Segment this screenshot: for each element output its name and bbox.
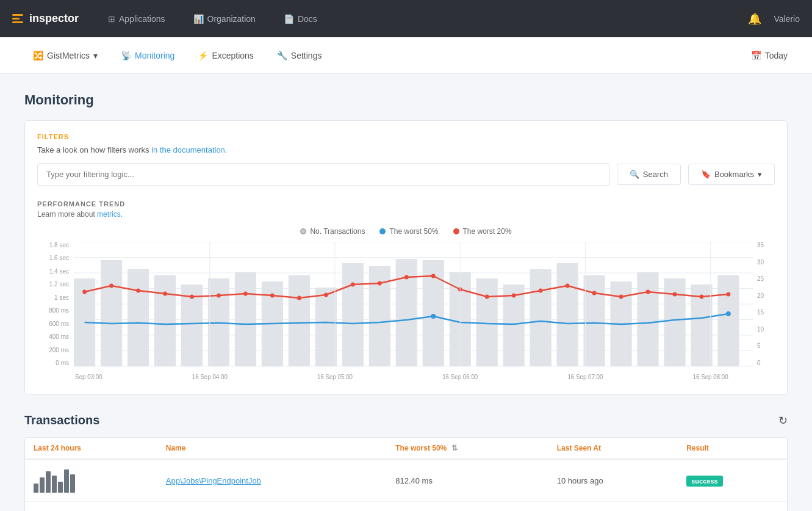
page-title: Monitoring <box>24 92 788 108</box>
legend-worst20: The worst 20% <box>453 227 512 236</box>
filter-input[interactable] <box>37 163 609 186</box>
y-right-7: 0 <box>757 360 775 366</box>
refresh-button[interactable]: ↻ <box>778 414 788 427</box>
svg-point-46 <box>404 275 409 280</box>
svg-rect-28 <box>584 275 605 366</box>
bar <box>58 482 63 493</box>
filter-row: 🔍 Search 🔖 Bookmarks ▾ <box>37 163 775 186</box>
app-selector[interactable]: 🔀 GistMetrics ▾ <box>24 47 106 64</box>
filters-label: FILTERS <box>37 133 775 140</box>
chevron-down-icon: ▾ <box>93 51 98 60</box>
tx-link-1[interactable]: App\Jobs\PingEndpointJob <box>166 476 261 485</box>
legend-worst50: The worst 50% <box>379 227 438 236</box>
legend-dot-transactions <box>300 228 306 234</box>
svg-point-40 <box>243 292 248 296</box>
y-right-5: 10 <box>757 326 775 333</box>
svg-rect-10 <box>101 260 122 366</box>
svg-rect-30 <box>637 272 658 366</box>
logo-icon <box>12 14 23 23</box>
metrics-link[interactable]: metrics. <box>97 210 123 219</box>
legend-label-worst50: The worst 50% <box>389 227 438 236</box>
col-last24h: Last 24 hours <box>25 438 157 459</box>
y-labels-left: 1.8 sec 1.6 sec 1.4 sec 1.2 sec 1 sec 80… <box>37 242 73 366</box>
svg-rect-27 <box>557 263 578 366</box>
table-row: GET / 11.19 ms 12 hours ago 200 <box>25 502 787 512</box>
cell-lastseen-2: 12 hours ago <box>548 502 678 512</box>
chart-legend: No. Transactions The worst 50% The worst… <box>37 227 775 236</box>
svg-rect-26 <box>530 269 552 366</box>
trend-desc-text: Learn more about <box>37 210 95 219</box>
svg-rect-17 <box>289 275 310 366</box>
svg-point-56 <box>673 292 677 297</box>
svg-rect-11 <box>128 269 149 366</box>
performance-trend-section: PERFORMANCE TREND Learn more about metri… <box>37 200 775 382</box>
transactions-table: Last 24 hours Name The worst 50% ⇅ Last … <box>25 438 787 511</box>
svg-text:16 Sep 03:00: 16 Sep 03:00 <box>74 374 102 380</box>
tab-monitoring[interactable]: 📡 Monitoring <box>112 47 183 64</box>
y-right-6: 5 <box>757 342 775 349</box>
svg-rect-18 <box>315 288 337 366</box>
cell-worst50-1: 812.40 ms <box>387 459 548 502</box>
tab-exceptions[interactable]: ⚡ Exceptions <box>189 47 262 64</box>
date-picker[interactable]: 📅 Today <box>751 51 788 60</box>
logo[interactable]: inspector <box>12 12 79 25</box>
nav-applications-label: Applications <box>119 14 165 24</box>
svg-point-42 <box>297 296 301 300</box>
cell-name-2: GET / <box>157 502 387 512</box>
cell-lastseen-1: 10 hours ago <box>548 459 678 502</box>
trend-title: PERFORMANCE TREND <box>37 200 775 208</box>
sort-icon[interactable]: ⇅ <box>451 444 458 452</box>
table-header-row: Last 24 hours Name The worst 50% ⇅ Last … <box>25 438 787 459</box>
section-header: Transactions ↻ <box>24 413 788 427</box>
y-right-0: 35 <box>757 242 775 248</box>
y-right-2: 25 <box>757 275 775 282</box>
svg-text:16 Sep 04:00: 16 Sep 04:00 <box>192 374 228 380</box>
tab-monitoring-label: Monitoring <box>135 51 174 60</box>
app-name: GistMetrics <box>47 51 90 60</box>
tab-settings[interactable]: 🔧 Settings <box>268 47 331 64</box>
legend-dot-worst50 <box>379 228 386 234</box>
bell-icon[interactable]: 🔔 <box>748 12 761 26</box>
legend-label-transactions: No. Transactions <box>310 227 365 236</box>
y-right-4: 15 <box>757 309 775 316</box>
filters-doc-link[interactable]: in the documentation. <box>151 145 227 154</box>
svg-rect-19 <box>342 263 364 366</box>
nav-docs[interactable]: 📄 Docs <box>279 12 322 26</box>
bar <box>70 474 75 493</box>
calendar-icon: 📅 <box>751 51 761 60</box>
nav-applications[interactable]: ⊞ Applications <box>103 12 170 26</box>
tab-exceptions-label: Exceptions <box>212 51 253 60</box>
y-label-2: 1.4 sec <box>37 268 69 275</box>
filters-desc-text: Take a look on how filters works <box>37 145 149 154</box>
bookmarks-button[interactable]: 🔖 Bookmarks ▾ <box>688 164 775 185</box>
svg-point-50 <box>512 294 516 298</box>
cell-bars-1 <box>25 459 157 502</box>
svg-point-39 <box>217 294 221 298</box>
svg-point-41 <box>270 294 275 298</box>
nav-docs-label: Docs <box>298 14 317 24</box>
bar <box>40 477 45 493</box>
col-lastseen: Last Seen At <box>548 438 678 459</box>
svg-point-35 <box>109 284 113 288</box>
transactions-title: Transactions <box>24 413 99 427</box>
nav-organization[interactable]: 📊 Organization <box>189 12 260 26</box>
svg-point-57 <box>700 295 704 299</box>
col-worst50: The worst 50% ⇅ <box>387 438 548 459</box>
y-label-6: 600 ms <box>37 321 69 327</box>
user-name[interactable]: Valerio <box>774 14 800 24</box>
y-labels-right: 35 30 25 20 15 10 5 0 <box>755 242 775 366</box>
bar <box>34 484 38 493</box>
organization-icon: 📊 <box>193 14 204 24</box>
svg-rect-15 <box>235 272 256 366</box>
trend-desc: Learn more about metrics. <box>37 210 775 219</box>
svg-rect-33 <box>717 275 739 366</box>
search-button[interactable]: 🔍 Search <box>617 164 681 185</box>
svg-point-47 <box>431 274 436 278</box>
transactions-section: Transactions ↻ Last 24 hours Name The wo… <box>24 413 788 511</box>
y-label-3: 1.2 sec <box>37 281 69 288</box>
chart-svg: 16 Sep 03:00 16 Sep 04:00 16 Sep 05:00 1… <box>74 242 753 382</box>
mini-bars-1 <box>34 468 149 493</box>
app-icon: 🔀 <box>33 51 43 60</box>
tab-settings-label: Settings <box>291 51 322 60</box>
col-result: Result <box>678 438 787 459</box>
